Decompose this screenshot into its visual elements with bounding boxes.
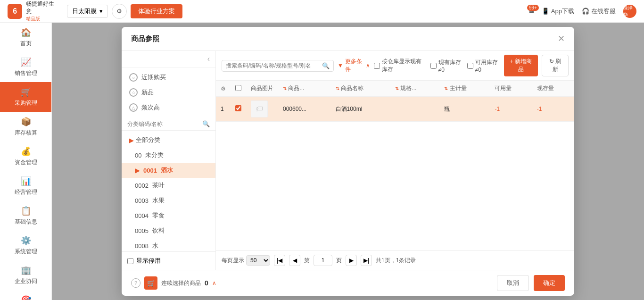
basic-info-icon: 📋 [21, 206, 31, 216]
online-service-button[interactable]: 🎧 在线客服 [582, 7, 616, 16]
finance-icon: 💰 [21, 146, 31, 157]
action-buttons: + 新增商品 ↻ 刷新 [504, 55, 569, 76]
top-center: 日太阳膜 ▾ ⚙ 体验行业方案 [67, 4, 529, 19]
table-row[interactable]: 1 🏷 [216, 97, 574, 122]
sort-unit-icon[interactable]: ⇅ [444, 86, 448, 91]
sort-code-icon[interactable]: ⇅ [283, 86, 287, 91]
add-product-button[interactable]: + 新增商品 [504, 55, 538, 76]
category-0001[interactable]: ▶ 0001 酒水 [122, 163, 215, 178]
page-number-input[interactable] [314, 255, 332, 266]
col-image-header: 商品图片 [246, 81, 278, 97]
user-profile[interactable]: 徐泽华 [623, 5, 636, 18]
per-page-select[interactable]: 50 20 100 [246, 255, 270, 266]
seq-cell: 1 [216, 97, 231, 122]
modal-close-button[interactable]: ✕ [558, 33, 565, 44]
sidebar-item-operations[interactable]: 📊 经营管理 [0, 171, 51, 201]
col-name-header: ⇅ 商品名称 [331, 81, 390, 97]
refresh-button[interactable]: ↻ 刷新 [542, 55, 569, 76]
next-page-button[interactable]: ▶ [346, 255, 357, 266]
sort-spec-icon[interactable]: ⇅ [395, 86, 399, 91]
product-search-input[interactable] [226, 62, 320, 69]
sidebar-item-inventory[interactable]: 📦 库存核算 [0, 112, 51, 142]
category-0004[interactable]: 0004 零食 [122, 208, 215, 223]
category-00[interactable]: 00 未分类 [122, 148, 215, 163]
recent-purchase-button[interactable]: ○ 近期购买 [122, 70, 215, 84]
sidebar-item-home[interactable]: 🏠 首页 [0, 23, 51, 52]
settings-button[interactable]: ⚙ [112, 4, 127, 19]
col-stock-header: 现存量 [532, 81, 574, 97]
product-search-box: 🔍 [222, 60, 334, 72]
chevron-down-icon: ▾ [99, 8, 103, 15]
star-icon: ☆ [129, 88, 138, 97]
confirm-button[interactable]: 确定 [534, 275, 565, 291]
show-disabled-checkbox[interactable] [127, 258, 133, 264]
expand-all-arrow: ▶ [129, 137, 134, 144]
sidebar-item-enterprise[interactable]: 🏢 企业协同 [0, 260, 51, 290]
selected-count: 0 [205, 279, 208, 287]
page-label: 第 [304, 257, 310, 265]
category-all[interactable]: ▶ 全部分类 [122, 133, 215, 148]
left-panel: ‹ ○ 近期购买 ☆ 新品 △ [122, 51, 216, 270]
sidebar-item-purchase[interactable]: 🛒 采购管理 [0, 82, 51, 112]
category-0003[interactable]: 0003 水果 [122, 193, 215, 208]
row-checkbox[interactable] [235, 105, 241, 111]
help-icon[interactable]: ? [131, 278, 140, 288]
high-frequency-button[interactable]: △ 频次高 [122, 100, 215, 115]
select-all-checkbox[interactable] [235, 85, 241, 91]
sidebar-item-sales[interactable]: 📈 销售管理 [0, 52, 51, 82]
mobile-icon: 📱 [542, 8, 549, 15]
footer-right: 取消 确定 [497, 275, 565, 291]
gear-settings-icon[interactable]: ⚙ [221, 85, 226, 92]
available-nonzero-row: 可用库存≠0 [467, 58, 500, 73]
sales-icon: 📈 [21, 57, 31, 67]
cancel-button[interactable]: 取消 [497, 275, 529, 291]
sidebar-item-system[interactable]: ⚙️ 系统管理 [0, 231, 51, 260]
trial-button[interactable]: 体验行业方案 [131, 4, 182, 18]
last-page-button[interactable]: ▶| [361, 255, 372, 266]
category-0002[interactable]: 0002 茶叶 [122, 178, 215, 193]
app-download-button[interactable]: 📱 App下载 [542, 7, 574, 16]
category-search-icon[interactable]: 🔍 [202, 120, 210, 127]
sort-name-icon[interactable]: ⇅ [336, 86, 339, 91]
active-arrow-icon: ▶ [135, 167, 140, 174]
category-search-row: 🔍 [122, 117, 215, 131]
messages-button[interactable]: ✉ 99+ [529, 8, 534, 15]
category-0008[interactable]: 0008 水 [122, 238, 215, 251]
category-search-input[interactable] [127, 121, 199, 127]
col-spec-header: ⇅ 规格... [390, 81, 439, 97]
unit-cell: 瓶 [439, 97, 490, 122]
collapse-left-button[interactable]: ‹ [207, 55, 210, 63]
home-icon: 🏠 [21, 27, 31, 38]
search-icon[interactable]: 🔍 [322, 62, 330, 69]
main-layout: 🏠 首页 📈 销售管理 🛒 采购管理 📦 库存核算 💰 资金管理 📊 经营管理 … [0, 23, 644, 300]
sidebar-item-finance[interactable]: 💰 资金管理 [0, 142, 51, 171]
prev-page-button[interactable]: ◀ [289, 255, 300, 266]
headset-icon: 🎧 [582, 8, 589, 15]
col-gear: ⚙ [216, 81, 231, 97]
available-nonzero-checkbox[interactable] [467, 63, 473, 69]
continuous-select-label: 连续选择的商品 [161, 279, 201, 287]
filter-icon: ▼ [338, 62, 343, 69]
total-info: 共1页，1条记录 [376, 257, 416, 265]
left-footer: 显示停用 [122, 251, 215, 270]
available-cell: -1 [490, 97, 532, 122]
col-unit-header: ⇅ 主计量 [439, 81, 490, 97]
stock-nonzero-checkbox[interactable] [430, 63, 437, 69]
modal-header: 商品参照 ✕ [122, 27, 574, 51]
image-cell: 🏷 [246, 97, 278, 122]
table-header-row: ⚙ 商品图片 [216, 81, 574, 97]
sidebar-item-basic-info[interactable]: 📋 基础信息 [0, 201, 51, 231]
sidebar-item-guide[interactable]: 🎯 新手引导 [0, 290, 51, 300]
chevron-up-icon[interactable]: ∧ [212, 280, 216, 286]
store-name: 日太阳膜 [72, 7, 97, 16]
page-suffix: 页 [336, 257, 342, 265]
modal-overlay: 商品参照 ✕ ‹ ○ 近期购买 [52, 23, 644, 300]
store-selector[interactable]: 日太阳膜 ▾ [67, 5, 108, 18]
warehouse-display-checkbox[interactable] [374, 63, 380, 69]
category-0005[interactable]: 0005 饮料 [122, 223, 215, 238]
more-filter-button[interactable]: ▼ 更多条件 ∧ [338, 58, 370, 74]
new-products-button[interactable]: ☆ 新品 [122, 85, 215, 100]
col-available-header: 可用量 [490, 81, 532, 97]
modal-footer: ? 🛒 连续选择的商品 0 ∧ 取消 确定 [122, 270, 574, 296]
first-page-button[interactable]: |◀ [274, 255, 285, 266]
